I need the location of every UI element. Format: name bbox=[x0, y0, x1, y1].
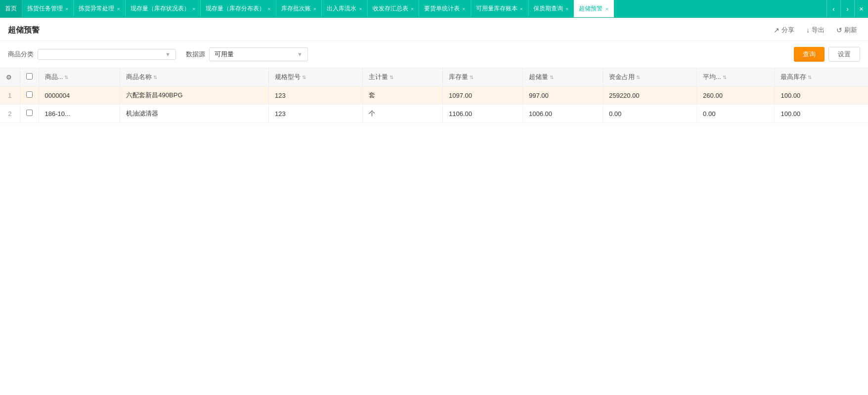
nav-next-arrow[interactable]: › bbox=[840, 0, 854, 17]
table-row: 1 0000004 六配套新昌490BPG 123 套 1097.00 997.… bbox=[0, 86, 868, 105]
cell-max-stock: 100.00 bbox=[775, 86, 868, 105]
category-dropdown-icon: ▼ bbox=[165, 51, 171, 57]
page-header: 超储预警 ↗ 分享 ↓ 导出 ↺ 刷新 bbox=[0, 18, 868, 41]
refresh-icon: ↺ bbox=[836, 26, 842, 34]
sort-excess-icon[interactable]: ⇅ bbox=[550, 75, 554, 80]
col-product-name: 商品名称⇅ bbox=[120, 68, 269, 86]
row-num: 1 bbox=[0, 86, 20, 105]
nav-arrows: ‹ › × bbox=[826, 0, 868, 17]
col-avg: 平均...⇅ bbox=[697, 68, 775, 86]
nav-item[interactable]: 可用量库存账本× bbox=[471, 0, 528, 17]
sort-stock-icon[interactable]: ⇅ bbox=[470, 75, 474, 80]
row-checkbox-cell bbox=[20, 105, 39, 123]
nav-item[interactable]: 拣货任务管理× bbox=[22, 0, 74, 17]
nav-item[interactable]: 现存量（库存状况表）× bbox=[126, 0, 201, 17]
nav-close-arrow[interactable]: × bbox=[854, 0, 868, 17]
nav-close-icon[interactable]: × bbox=[267, 6, 270, 12]
cell-unit: 个 bbox=[363, 105, 443, 123]
col-spec: 规格型号⇅ bbox=[268, 68, 362, 86]
datasource-label: 数据源 bbox=[186, 50, 205, 59]
nav-close-icon[interactable]: × bbox=[462, 6, 465, 12]
nav-item[interactable]: 收发存汇总表× bbox=[368, 0, 419, 17]
filter-area: 商品分类 ▼ 数据源 可用量 ▼ 查询 设置 bbox=[0, 41, 868, 68]
cell-product-name: 机油滤清器 bbox=[120, 105, 269, 123]
nav-close-icon[interactable]: × bbox=[117, 6, 120, 12]
cell-excess: 997.00 bbox=[523, 86, 603, 105]
table-wrapper: ⚙ 商品...⇅ 商品名称⇅ 规格型号⇅ 主计量⇅ bbox=[0, 68, 868, 123]
cell-capital: 0.00 bbox=[603, 105, 697, 123]
nav-close-icon[interactable]: × bbox=[192, 6, 195, 12]
col-product-code: 商品...⇅ bbox=[39, 68, 120, 86]
filter-actions: 查询 设置 bbox=[794, 47, 860, 62]
settings-button[interactable]: 设置 bbox=[828, 47, 860, 62]
table-row: 2 186-10... 机油滤清器 123 个 1106.00 1006.00 … bbox=[0, 105, 868, 123]
nav-close-icon[interactable]: × bbox=[359, 6, 362, 12]
nav-item[interactable]: 保质期查询× bbox=[528, 0, 574, 17]
nav-close-icon[interactable]: × bbox=[520, 6, 523, 12]
select-all-checkbox[interactable] bbox=[26, 73, 33, 79]
nav-close-icon[interactable]: × bbox=[565, 6, 568, 12]
gear-icon[interactable]: ⚙ bbox=[6, 74, 12, 81]
col-gear: ⚙ bbox=[0, 68, 20, 86]
data-table: ⚙ 商品...⇅ 商品名称⇅ 规格型号⇅ 主计量⇅ bbox=[0, 68, 868, 123]
cell-stock: 1097.00 bbox=[443, 86, 523, 105]
col-stock: 库存量⇅ bbox=[443, 68, 523, 86]
nav-item[interactable]: 要货单统计表× bbox=[419, 0, 471, 17]
cell-max-stock: 100.00 bbox=[775, 105, 868, 123]
category-label: 商品分类 bbox=[8, 50, 34, 59]
col-unit: 主计量⇅ bbox=[363, 68, 443, 86]
query-button[interactable]: 查询 bbox=[794, 47, 825, 62]
nav-close-icon[interactable]: × bbox=[411, 6, 414, 12]
nav-item[interactable]: 首页 bbox=[0, 0, 22, 17]
sort-max-stock-icon[interactable]: ⇅ bbox=[808, 75, 812, 80]
export-icon: ↓ bbox=[806, 26, 810, 34]
cell-spec: 123 bbox=[268, 86, 362, 105]
table-body: 1 0000004 六配套新昌490BPG 123 套 1097.00 997.… bbox=[0, 86, 868, 123]
nav-close-icon[interactable]: × bbox=[313, 6, 316, 12]
header-actions: ↗ 分享 ↓ 导出 ↺ 刷新 bbox=[771, 24, 860, 37]
cell-avg: 260.00 bbox=[697, 86, 775, 105]
row-checkbox[interactable] bbox=[26, 91, 33, 98]
refresh-button[interactable]: ↺ 刷新 bbox=[833, 24, 860, 37]
row-num: 2 bbox=[0, 105, 20, 123]
nav-item[interactable]: 库存批次账× bbox=[276, 0, 322, 17]
cell-excess: 1006.00 bbox=[523, 105, 603, 123]
main-content: 超储预警 ↗ 分享 ↓ 导出 ↺ 刷新 商品分类 ▼ 数据源 bbox=[0, 18, 868, 395]
nav-item[interactable]: 出入库流水× bbox=[322, 0, 367, 17]
col-checkbox bbox=[20, 68, 39, 86]
cell-product-code: 186-10... bbox=[39, 105, 120, 123]
cell-avg: 0.00 bbox=[697, 105, 775, 123]
cell-capital: 259220.00 bbox=[603, 86, 697, 105]
cell-spec: 123 bbox=[268, 105, 362, 123]
share-button[interactable]: ↗ 分享 bbox=[771, 24, 797, 37]
nav-item[interactable]: 拣货异常处理× bbox=[74, 0, 125, 17]
sort-unit-icon[interactable]: ⇅ bbox=[390, 75, 393, 80]
cell-product-code: 0000004 bbox=[39, 86, 120, 105]
category-filter-group: 商品分类 ▼ bbox=[8, 49, 176, 60]
col-excess: 超储量⇅ bbox=[523, 68, 603, 86]
cell-unit: 套 bbox=[363, 86, 443, 105]
row-checkbox[interactable] bbox=[26, 110, 33, 116]
nav-close-icon[interactable]: × bbox=[605, 6, 608, 12]
sort-spec-icon[interactable]: ⇅ bbox=[302, 75, 306, 80]
table-header: ⚙ 商品...⇅ 商品名称⇅ 规格型号⇅ 主计量⇅ bbox=[0, 68, 868, 86]
row-checkbox-cell bbox=[20, 86, 39, 105]
top-nav: 首页拣货任务管理×拣货异常处理×现存量（库存状况表）×现存量（库存分布表）×库存… bbox=[0, 0, 868, 18]
cell-product-name: 六配套新昌490BPG bbox=[120, 86, 269, 105]
cell-stock: 1106.00 bbox=[443, 105, 523, 123]
nav-close-icon[interactable]: × bbox=[65, 6, 68, 12]
col-capital: 资金占用⇅ bbox=[603, 68, 697, 86]
page-title: 超储预警 bbox=[8, 25, 40, 36]
nav-prev-arrow[interactable]: ‹ bbox=[826, 0, 840, 17]
sort-product-name-icon[interactable]: ⇅ bbox=[153, 75, 157, 80]
sort-avg-icon[interactable]: ⇅ bbox=[723, 75, 727, 80]
datasource-filter-group: 数据源 可用量 ▼ bbox=[186, 47, 308, 61]
export-button[interactable]: ↓ 导出 bbox=[803, 24, 827, 37]
nav-item[interactable]: 现存量（库存分布表）× bbox=[201, 0, 276, 17]
category-select[interactable]: ▼ bbox=[38, 49, 176, 60]
sort-product-code-icon[interactable]: ⇅ bbox=[64, 75, 68, 80]
sort-capital-icon[interactable]: ⇅ bbox=[636, 75, 640, 80]
nav-item[interactable]: 超储预警× bbox=[574, 0, 613, 17]
datasource-dropdown-icon: ▼ bbox=[297, 51, 303, 57]
datasource-select[interactable]: 可用量 ▼ bbox=[209, 47, 308, 61]
